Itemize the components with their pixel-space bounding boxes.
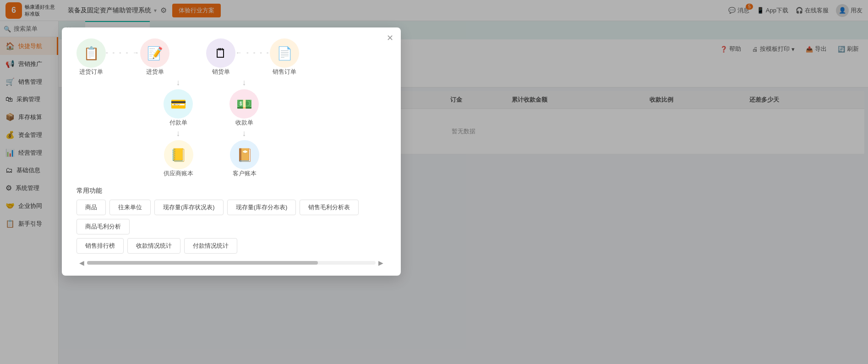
purchase-order-circle[interactable]: 📋: [76, 38, 106, 68]
scroll-left-icon[interactable]: ◀: [76, 259, 87, 266]
flow-node-supplier: 📒 供应商账本: [164, 140, 193, 178]
popup-close-button[interactable]: ✕: [387, 33, 393, 43]
purchase-bill-circle[interactable]: 📝: [140, 38, 169, 68]
scroll-right-icon[interactable]: ▶: [376, 259, 386, 266]
popup-scrollbar: ◀ ▶: [76, 259, 386, 266]
common-funcs-area: 常用功能 商品往来单位现存量(库存状况表)现存量(库存分布表)销售毛利分析表商品…: [76, 187, 386, 254]
sales-bill-label: 销货单: [212, 68, 230, 76]
payment-label: 付款单: [169, 119, 187, 127]
sales-bill-circle[interactable]: 🗒: [206, 38, 235, 68]
sales-order-label: 销售订单: [273, 68, 296, 76]
common-funcs-title: 常用功能: [76, 187, 386, 195]
flow-arrow-row: ↓ ↓: [76, 76, 259, 89]
flow-node-purchase-bill: 📝 进货单: [140, 38, 169, 76]
func-btn-row2-1[interactable]: 收款情况统计: [127, 238, 180, 254]
flow-row-1: 📋 进货订单 - - - - → 📝 进货单 🗒 销货单 ← - - - - 📄: [76, 38, 299, 76]
quick-nav-popup: ✕ 📋 进货订单 - - - - → 📝 进货单 🗒 销货单 ← -: [62, 27, 401, 276]
purchase-bill-label: 进货单: [146, 68, 164, 76]
flow-arrow-row-2: ↓ ↓: [76, 127, 259, 140]
payment-circle[interactable]: 💳: [164, 89, 193, 119]
customer-label: 客户账本: [233, 169, 257, 178]
sales-order-circle[interactable]: 📄: [270, 38, 299, 68]
supplier-label: 供应商账本: [164, 169, 193, 178]
supplier-circle[interactable]: 📒: [164, 140, 193, 169]
receipt-circle[interactable]: 💵: [229, 89, 259, 119]
func-btn-1[interactable]: 往来单位: [109, 200, 151, 215]
func-btn-2[interactable]: 现存量(库存状况表): [154, 200, 224, 215]
flow-node-receipt: 💵 收款单: [229, 89, 259, 127]
flow-node-sales-order: 📄 销售订单: [270, 38, 299, 76]
func-btn-4[interactable]: 销售毛利分析表: [300, 200, 359, 215]
scroll-track: [87, 261, 376, 265]
flow-node-purchase-order: 📋 进货订单: [76, 38, 106, 76]
func-row-2: 销售排行榜收款情况统计付款情况统计: [76, 238, 386, 254]
flow-row-2: 💳 付款单 💵 收款单: [76, 89, 259, 127]
func-row-1: 商品往来单位现存量(库存状况表)现存量(库存分布表)销售毛利分析表商品毛利分析: [76, 200, 386, 234]
func-btn-row2-2[interactable]: 付款情况统计: [184, 238, 237, 254]
flow-node-sales-bill: 🗒 销货单: [206, 38, 235, 76]
arrow-h-1: - - - - →: [106, 49, 140, 65]
customer-circle[interactable]: 📔: [230, 140, 259, 169]
flow-diagram: 📋 进货订单 - - - - → 📝 进货单 🗒 销货单 ← - - - - 📄: [76, 38, 386, 178]
flow-node-payment: 💳 付款单: [164, 89, 193, 127]
flow-node-customer: 📔 客户账本: [230, 140, 259, 178]
scroll-thumb[interactable]: [87, 261, 318, 265]
purchase-order-label: 进货订单: [79, 68, 103, 76]
func-btn-3[interactable]: 现存量(库存分布表): [227, 200, 296, 215]
arrow-h-2: ← - - - -: [235, 49, 270, 65]
receipt-label: 收款单: [235, 119, 253, 127]
func-btn-row2-0[interactable]: 销售排行榜: [76, 238, 124, 254]
func-btn-5[interactable]: 商品毛利分析: [76, 219, 130, 234]
flow-row-3: 📒 供应商账本 📔 客户账本: [76, 140, 259, 178]
func-btn-0[interactable]: 商品: [76, 200, 106, 215]
